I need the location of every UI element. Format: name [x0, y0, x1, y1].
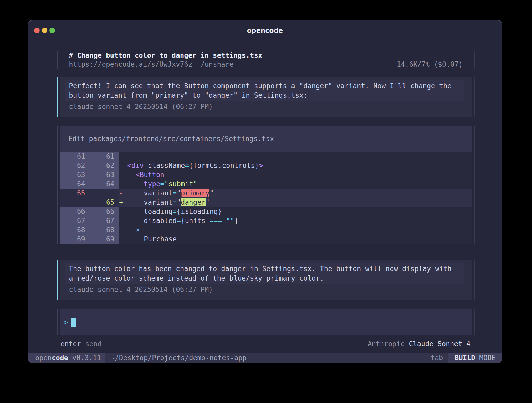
enter-key-hint: enter	[60, 340, 81, 348]
model-timestamp: claude-sonnet-4-20250514 (06:27 PM)	[69, 102, 213, 111]
assistant-message-2-accent-border	[57, 260, 58, 300]
text-cursor	[71, 318, 76, 327]
session-header-left-border	[57, 51, 58, 69]
removed-token: primary	[181, 189, 210, 197]
share-url[interactable]: https://opencode.ai/s/UwJxv76z	[69, 60, 192, 68]
diff-row-context: 6666 loading={isLoading}	[60, 207, 472, 216]
send-action-hint: send	[81, 340, 101, 348]
input-right-border	[474, 309, 475, 335]
hint-row: enter send Anthropic Claude Sonnet 4	[60, 340, 470, 348]
provider-name: Anthropic	[368, 340, 409, 348]
edit-tool-left-border	[57, 126, 58, 244]
opencode-window: opencode # Change button color to danger…	[28, 20, 502, 363]
unshare-command[interactable]: /unshare	[201, 60, 233, 68]
diff-row-added: 65 + variant="danger"	[60, 198, 472, 207]
app-version-chip: opencode v0.3.11	[28, 353, 105, 363]
model-name: Claude Sonnet 4	[409, 340, 470, 348]
added-token: danger	[181, 198, 206, 206]
diff-row-context: 6868 >	[60, 225, 472, 235]
prompt-symbol: >	[64, 318, 68, 327]
message-text: The button color has been changed to dan…	[65, 263, 464, 284]
edit-tool-card: Edit packages/frontend/src/containers/Se…	[60, 126, 472, 244]
diff-row-context: 6363 <Button	[60, 170, 472, 179]
session-title: # Change button color to danger in setti…	[69, 51, 262, 60]
context-usage: 14.6K/7% ($0.07)	[397, 60, 463, 69]
assistant-message-2-right-border	[474, 260, 475, 300]
assistant-message-1-accent-border	[57, 78, 58, 117]
mode-chip[interactable]: BUILD MODE	[449, 353, 502, 363]
assistant-message-1-right-border	[474, 78, 475, 117]
assistant-message-1: Perfect! I can see that the Button compo…	[60, 78, 472, 117]
diff-row-context: 6767 disabled={units === ""}	[60, 216, 472, 225]
diff-row-removed: 65 - variant="primary"	[60, 189, 472, 198]
diff-row-context: 6464 type="submit"	[60, 179, 472, 189]
window-title: opencode	[28, 27, 502, 34]
diff-view: 6161 6262 <div className={formCs.control…	[60, 152, 472, 244]
model-timestamp: claude-sonnet-4-20250514 (06:27 PM)	[69, 285, 213, 294]
input-left-border	[57, 309, 58, 335]
diff-row-context: 6161	[60, 152, 472, 161]
session-share-url: https://opencode.ai/s/UwJxv76z /unshare	[69, 60, 233, 69]
diff-row-context: 6262 <div className={formCs.controls}>	[60, 161, 472, 170]
titlebar: opencode	[28, 20, 502, 39]
tab-key-hint[interactable]: tab	[431, 353, 448, 363]
assistant-message-2: The button color has been changed to dan…	[60, 260, 472, 300]
working-directory: ~/Desktop/Projects/demo-notes-app	[105, 353, 247, 363]
prompt-input[interactable]: >	[60, 309, 472, 335]
status-bar: opencode v0.3.11 ~/Desktop/Projects/demo…	[28, 353, 502, 363]
edit-tool-title: Edit packages/frontend/src/containers/Se…	[60, 126, 472, 152]
edit-tool-right-border	[474, 126, 475, 244]
message-text: Perfect! I can see that the Button compo…	[65, 80, 464, 101]
model-indicator: Anthropic Claude Sonnet 4	[368, 340, 470, 348]
session-header-right-border	[474, 51, 475, 69]
diff-row-context: 6969 Purchase	[60, 235, 472, 244]
